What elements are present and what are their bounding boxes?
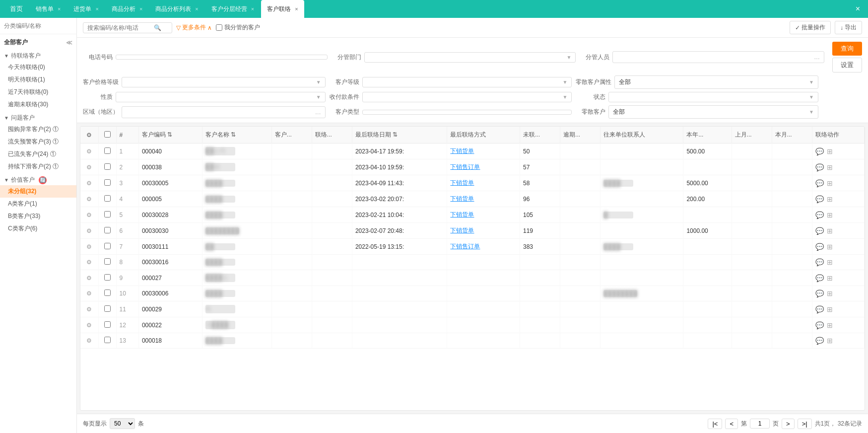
message-icon-3[interactable]: 💬	[815, 195, 824, 203]
message-icon-1[interactable]: 💬	[815, 163, 824, 171]
close-customer-tier-tab-icon[interactable]: ×	[251, 6, 254, 12]
row-check-5[interactable]	[98, 223, 116, 239]
close-analysis-list-tab-icon[interactable]: ×	[195, 6, 198, 12]
phone-input[interactable]	[116, 55, 328, 60]
row-gear-6[interactable]: ⚙	[80, 239, 98, 255]
sidebar-item-7days[interactable]: 近7天待联络(0)	[0, 86, 76, 98]
row-checkbox-0[interactable]	[104, 147, 111, 154]
row-gear-12[interactable]: ⚙	[80, 333, 98, 349]
row-checkbox-8[interactable]	[104, 274, 111, 281]
prev-page-button[interactable]: <	[725, 419, 738, 429]
sidebar-section-problem[interactable]: ▼ 问题客户	[0, 111, 76, 123]
scatter-input[interactable]: 全部▼	[608, 105, 818, 119]
last-date-column-header[interactable]: 最后联络日期 ⇅	[352, 127, 447, 144]
first-page-button[interactable]: |<	[708, 419, 722, 429]
row-check-12[interactable]	[98, 333, 116, 349]
sidebar-section-value[interactable]: ▼ 价值客户 🔄	[0, 173, 76, 185]
row-checkbox-1[interactable]	[104, 163, 111, 170]
grid-icon-4[interactable]: ⊞	[827, 211, 833, 219]
nav-tab-analysis-list[interactable]: 商品分析列表 ×	[149, 0, 204, 18]
row-checkbox-3[interactable]	[104, 195, 111, 202]
close-sales-tab-icon[interactable]: ×	[58, 6, 61, 12]
row-checkbox-10[interactable]	[104, 305, 111, 312]
grid-icon-9[interactable]: ⊞	[827, 289, 833, 297]
select-all-checkbox[interactable]	[104, 131, 111, 138]
batch-operation-button[interactable]: ✓ 批量操作	[790, 21, 831, 34]
row-checkbox-5[interactable]	[104, 227, 111, 233]
row-gear-10[interactable]: ⚙	[80, 301, 98, 317]
row-gear-2[interactable]: ⚙	[80, 175, 98, 191]
last-page-button[interactable]: >|	[798, 419, 812, 429]
more-filters-button[interactable]: ▽ 更多条件 ∧	[176, 23, 212, 32]
row-gear-11[interactable]: ⚙	[80, 317, 98, 333]
export-button[interactable]: ↓ 导出	[835, 21, 862, 34]
close-all-tabs-button[interactable]: ×	[852, 4, 864, 13]
page-number-input[interactable]	[750, 419, 770, 429]
message-icon-12[interactable]: 💬	[815, 337, 824, 345]
grid-icon-12[interactable]: ⊞	[827, 337, 833, 345]
checkbox-column-header[interactable]	[98, 127, 116, 144]
reset-button[interactable]: 设置	[832, 58, 862, 72]
row-last-method-6[interactable]: 下销售订单	[447, 239, 520, 255]
grid-icon-10[interactable]: ⊞	[827, 305, 833, 313]
grid-icon-8[interactable]: ⊞	[827, 274, 833, 282]
price-level-input[interactable]: ▼	[122, 77, 326, 87]
row-gear-9[interactable]: ⚙	[80, 286, 98, 301]
row-check-1[interactable]	[98, 159, 116, 175]
grid-icon-11[interactable]: ⊞	[827, 321, 833, 329]
message-icon-10[interactable]: 💬	[815, 305, 824, 313]
nav-tab-customer-contact[interactable]: 客户联络 ×	[261, 0, 304, 18]
message-icon-7[interactable]: 💬	[815, 258, 824, 266]
row-checkbox-6[interactable]	[104, 243, 111, 249]
sidebar-item-churn-warning[interactable]: 流失预警客户(3) ①	[0, 136, 76, 148]
per-page-select[interactable]: 50 20 100	[110, 418, 135, 429]
grid-icon-7[interactable]: ⊞	[827, 258, 833, 266]
row-gear-0[interactable]: ⚙	[80, 144, 98, 159]
message-icon-9[interactable]: 💬	[815, 289, 824, 297]
row-check-2[interactable]	[98, 175, 116, 191]
row-check-0[interactable]	[98, 144, 116, 159]
row-check-3[interactable]	[98, 191, 116, 207]
sidebar-item-lost[interactable]: 已流失客户(24) ①	[0, 148, 76, 160]
sidebar-all-customers[interactable]: 全部客户 ≪	[0, 34, 76, 49]
row-gear-3[interactable]: ⚙	[80, 191, 98, 207]
grid-icon-5[interactable]: ⊞	[827, 227, 833, 235]
row-last-method-2[interactable]: 下销货单	[447, 175, 520, 191]
row-last-method-1[interactable]: 下销售订单	[447, 159, 520, 175]
row-gear-4[interactable]: ⚙	[80, 207, 98, 223]
gear-column-header[interactable]: ⚙	[80, 127, 98, 144]
sidebar-item-abnormal[interactable]: 囤购异常客户(2) ①	[0, 123, 76, 136]
row-checkbox-9[interactable]	[104, 289, 111, 296]
row-check-7[interactable]	[98, 255, 116, 270]
sidebar-item-class-b[interactable]: B类客户(33)	[0, 210, 76, 222]
name-column-header[interactable]: 客户名称 ⇅	[202, 127, 272, 144]
row-gear-1[interactable]: ⚙	[80, 159, 98, 175]
sidebar-item-overdue[interactable]: 逾期未联络(30)	[0, 98, 76, 111]
cust-type-input[interactable]	[362, 110, 572, 115]
row-checkbox-2[interactable]	[104, 179, 111, 186]
row-checkbox-12[interactable]	[104, 337, 111, 343]
row-check-8[interactable]	[98, 270, 116, 286]
next-page-button[interactable]: >	[782, 419, 795, 429]
sidebar-section-pending[interactable]: ▼ 待联络客户	[0, 49, 76, 61]
nature-input[interactable]: ▼	[116, 92, 326, 102]
cust-level-input[interactable]: ▼	[362, 77, 572, 87]
message-icon-5[interactable]: 💬	[815, 227, 824, 235]
row-last-method-0[interactable]: 下销货单	[447, 144, 520, 159]
nav-tab-customer-tier[interactable]: 客户分层经营 ×	[205, 0, 260, 18]
nav-home[interactable]: 首页	[4, 4, 29, 13]
grid-icon-0[interactable]: ⊞	[827, 147, 833, 155]
grid-icon-6[interactable]: ⊞	[827, 243, 833, 251]
status-input[interactable]: ▼	[608, 92, 818, 102]
grid-icon-1[interactable]: ⊞	[827, 163, 833, 171]
payment-input[interactable]: ▼	[362, 92, 572, 102]
sidebar-item-today[interactable]: 今天待联络(0)	[0, 61, 76, 73]
message-icon-6[interactable]: 💬	[815, 243, 824, 251]
row-check-4[interactable]	[98, 207, 116, 223]
nav-tab-purchase[interactable]: 进货单 ×	[67, 0, 104, 18]
message-icon-0[interactable]: 💬	[815, 147, 824, 155]
row-checkbox-4[interactable]	[104, 211, 111, 217]
person-input[interactable]: …	[612, 51, 824, 63]
sidebar-item-class-a[interactable]: A类客户(1)	[0, 198, 76, 210]
filter-search-icon[interactable]: 🔍	[154, 24, 161, 31]
